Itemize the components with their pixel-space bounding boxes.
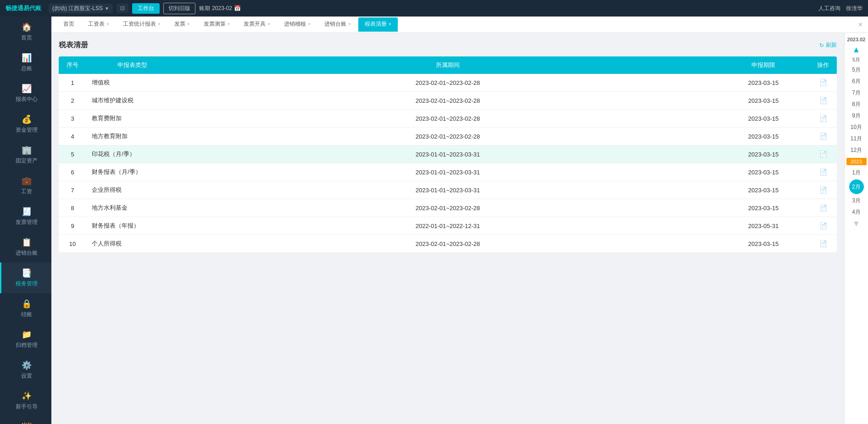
tab-invoice-close[interactable]: ×	[187, 22, 190, 27]
refresh-button[interactable]: ↻ 刷新	[819, 41, 837, 49]
file-action-button[interactable]: 📄	[819, 240, 827, 247]
app-logo: 畅捷通易代账	[6, 4, 41, 12]
cell-period: 2022-01-01~2022-12-31	[178, 217, 718, 235]
file-action-button[interactable]: 📄	[819, 168, 827, 176]
file-action-button[interactable]: 📄	[819, 222, 827, 229]
cell-seq: 6	[59, 163, 86, 181]
tab-invoice-calc-close[interactable]: ×	[228, 22, 230, 27]
tab-invoice-open[interactable]: 发票开具 ×	[237, 17, 277, 32]
timeline-month-2022-6[interactable]: 6月	[846, 76, 867, 87]
sidebar-item-vip[interactable]: 👑 畅会员	[0, 416, 51, 424]
tax-icon: 📑	[22, 268, 32, 278]
tab-purchase-audit-label: 进销稽核	[284, 20, 306, 28]
copy-icon-button[interactable]: ⊡	[117, 4, 128, 13]
tab-purchase-audit[interactable]: 进销稽核 ×	[278, 17, 317, 32]
tax-table: 序号 申报表类型 所属期间 申报期限 操作 1增值税2023-02-01~202…	[59, 56, 837, 253]
switch-old-button[interactable]: 切到旧版	[163, 3, 195, 14]
sidebar-item-guide[interactable]: ✨ 新手引导	[0, 385, 51, 416]
file-action-button[interactable]: 📄	[819, 79, 827, 86]
main-layout: 🏠 首页 📊 总账 📈 报表中心 💰 资金管理 🏢 固定资产 💼 工资 🧾 发票…	[0, 17, 868, 424]
sidebar-item-archive[interactable]: 📁 归档管理	[0, 324, 51, 355]
tab-tax-clear[interactable]: 税表清册 ×	[358, 17, 398, 32]
timeline-month-2023-2[interactable]: 2月	[849, 179, 864, 194]
guide-icon: ✨	[22, 391, 32, 401]
timeline-prev-button[interactable]: ▲	[851, 44, 862, 56]
user-name[interactable]: 徐涇华	[846, 5, 862, 12]
period-label: 账期 2023-02 📅	[199, 5, 241, 12]
company-selector[interactable]: (勿动) 江西股宝-LSS ▼	[49, 4, 113, 13]
tab-salary-stat-label: 工资统计报表	[123, 20, 156, 28]
cell-seq: 4	[59, 128, 86, 145]
tab-salary-stat[interactable]: 工资统计报表 ×	[117, 17, 167, 32]
tab-invoice-calc[interactable]: 发票测算 ×	[197, 17, 237, 32]
tab-salary-table[interactable]: 工资表 ×	[82, 17, 116, 32]
sidebar-item-assets[interactable]: 🏢 固定资产	[0, 139, 51, 170]
sidebar-item-fund[interactable]: 💰 资金管理	[0, 109, 51, 139]
cell-seq: 5	[59, 145, 86, 163]
cell-deadline: 2023-03-15	[718, 163, 809, 181]
period-value: 2023-02	[212, 5, 232, 11]
cell-period: 2023-01-01~2023-03-31	[178, 163, 718, 181]
tab-invoice-open-close[interactable]: ×	[267, 22, 270, 27]
chevron-down-icon: ▼	[105, 6, 109, 11]
file-action-button[interactable]: 📄	[819, 151, 827, 158]
top-bar: 畅捷通易代账 (勿动) 江西股宝-LSS ▼ ⊡ 工作台 切到旧版 账期 202…	[0, 0, 868, 17]
sidebar-item-report[interactable]: 📈 报表中心	[0, 78, 51, 109]
tab-salary-table-close[interactable]: ×	[106, 22, 109, 27]
table-row: 3教育费附加2023-02-01~2023-02-282023-03-15📄	[59, 110, 837, 128]
tab-purchase-ledger[interactable]: 进销台账 ×	[318, 17, 357, 32]
file-action-button[interactable]: 📄	[819, 115, 827, 122]
fund-icon: 💰	[22, 114, 32, 124]
close-account-icon: 🔒	[22, 299, 32, 309]
cell-type: 财务报表（月/季）	[86, 163, 178, 181]
file-action-button[interactable]: 📄	[819, 204, 827, 212]
timeline-month-2023-4[interactable]: 4月	[846, 206, 867, 218]
file-action-button[interactable]: 📄	[819, 133, 827, 140]
sidebar-item-settings[interactable]: ⚙️ 设置	[0, 355, 51, 385]
sidebar-label-guide: 新手引导	[16, 403, 38, 411]
sidebar-label-ledger: 总账	[21, 65, 32, 73]
timeline-month-2022-5[interactable]: 5月	[846, 64, 867, 76]
timeline-month-2023-1[interactable]: 1月	[846, 167, 867, 179]
cell-action: 📄	[809, 74, 837, 92]
sidebar-item-ledger[interactable]: 📊 总账	[0, 47, 51, 78]
sidebar-label-report: 报表中心	[16, 95, 38, 103]
cell-action: 📄	[809, 92, 837, 110]
cell-seq: 9	[59, 217, 86, 235]
cell-seq: 10	[59, 235, 86, 253]
sidebar-item-tax[interactable]: 📑 税务管理	[0, 262, 51, 293]
timeline-month-2022-7[interactable]: 7月	[846, 87, 867, 99]
workbench-button[interactable]: 工作台	[132, 3, 160, 14]
file-action-button[interactable]: 📄	[819, 97, 827, 104]
sidebar-item-invoice[interactable]: 🧾 发票管理	[0, 201, 51, 232]
calendar-icon[interactable]: 📅	[234, 5, 241, 11]
year-2023-label: 2023	[846, 158, 867, 165]
timeline-month-2023-3[interactable]: 3月	[846, 195, 867, 206]
tab-invoice[interactable]: 发票 ×	[168, 17, 196, 32]
consult-button[interactable]: 人工咨询	[818, 5, 840, 12]
sidebar-item-salary[interactable]: 💼 工资	[0, 170, 51, 201]
sidebar-label-settings: 设置	[21, 372, 32, 380]
tab-home[interactable]: 首页	[57, 17, 81, 32]
tab-salary-stat-close[interactable]: ×	[158, 22, 161, 27]
ledger-icon: 📊	[22, 53, 32, 63]
sidebar-item-home[interactable]: 🏠 首页	[0, 17, 51, 47]
cell-deadline: 2023-03-15	[718, 199, 809, 217]
tab-tax-clear-close[interactable]: ×	[389, 22, 391, 27]
timeline-month-2022-10[interactable]: 10月	[846, 122, 867, 133]
cell-type: 教育费附加	[86, 110, 178, 128]
tab-purchase-ledger-close[interactable]: ×	[348, 22, 351, 27]
tab-bar-close-button[interactable]: ×	[858, 21, 862, 29]
timeline-month-2022-11[interactable]: 11月	[846, 133, 867, 145]
tab-invoice-calc-label: 发票测算	[204, 20, 226, 28]
file-action-button[interactable]: 📄	[819, 186, 827, 194]
table-row: 9财务报表（年报）2022-01-01~2022-12-312023-05-31…	[59, 217, 837, 235]
table-row: 6财务报表（月/季）2023-01-01~2023-03-312023-03-1…	[59, 163, 837, 181]
sidebar-item-purchase[interactable]: 📋 进销台账	[0, 232, 51, 262]
timeline-month-2022-8[interactable]: 8月	[846, 99, 867, 110]
timeline-month-2022-12[interactable]: 12月	[846, 145, 867, 156]
timeline-next-button[interactable]: ▼	[851, 218, 862, 229]
sidebar-item-close[interactable]: 🔒 结账	[0, 293, 51, 324]
timeline-month-2022-9[interactable]: 9月	[846, 110, 867, 122]
tab-purchase-audit-close[interactable]: ×	[308, 22, 311, 27]
